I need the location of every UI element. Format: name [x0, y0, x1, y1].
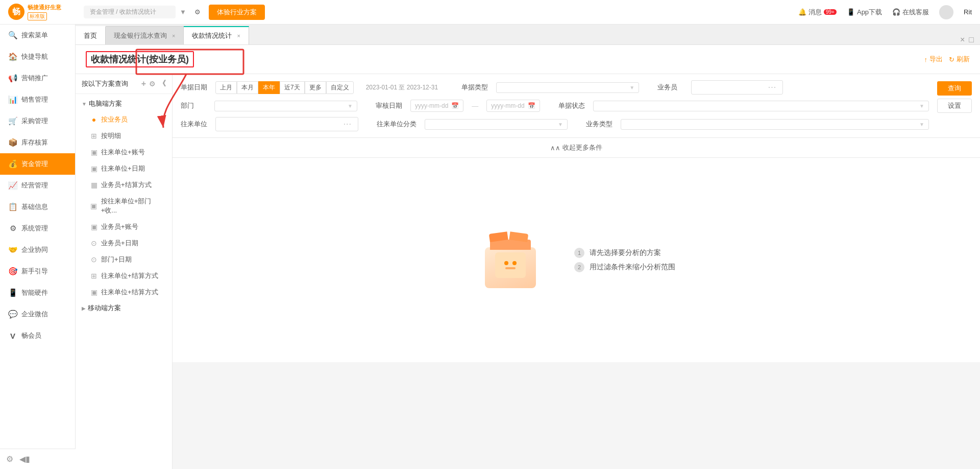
settings-bottom-icon[interactable]: ⚙ [6, 454, 13, 464]
logo-area: 畅 畅捷通好生意 标准版 [8, 4, 84, 20]
unit-date-icon: ▣ [90, 165, 98, 173]
date-btn-custom[interactable]: 自定义 [326, 81, 354, 94]
settings-icon[interactable]: ⚙ [190, 5, 205, 19]
collapse-sidebar-icon[interactable]: ◀▮ [19, 454, 30, 464]
tab-receipt-stat[interactable]: 收款情况统计 × [184, 26, 249, 44]
app-download-button[interactable]: 📱 App下载 [847, 8, 882, 17]
dept-select[interactable]: ▼ [214, 101, 357, 111]
date-btn-this-year[interactable]: 本年 [258, 81, 280, 94]
online-service-button[interactable]: 🎧 在线客服 [892, 8, 929, 17]
sidebar-item-sales[interactable]: 📊 销售管理 [0, 89, 75, 110]
eye-right [512, 261, 517, 265]
sidebar-item-search-menu[interactable]: 🔍 搜索菜单 [0, 25, 75, 46]
date-btn-more[interactable]: 更多 [305, 81, 326, 94]
collapse-button[interactable]: ∧∧ 收起更多条件 [550, 143, 602, 152]
empty-step-2: 2 用过滤条件来缩小分析范围 [574, 262, 675, 272]
tree-item-salesman-settle[interactable]: ▦ 业务员+结算方式 [76, 177, 172, 193]
sidebar-item-basic-info[interactable]: 📋 基础信息 [0, 196, 75, 218]
member-icon: V [8, 331, 17, 340]
unit-settle2-icon: ▣ [90, 288, 98, 296]
query-button[interactable]: 查询 [937, 81, 972, 96]
guide-icon: 🎯 [8, 267, 17, 276]
tree-item-unit-settle1[interactable]: ⊞ 往来单位+结算方式 [76, 268, 172, 284]
unit-cat-select[interactable]: ▼ [425, 119, 568, 130]
nav-breadcrumb: 资金管理 / 收款情况统计 [84, 6, 176, 18]
date-buttons: 上月 本月 本年 近7天 更多 自定义 [215, 81, 354, 94]
filter-action-buttons: 查询 设置 [929, 80, 972, 131]
audit-date-start[interactable]: yyyy-mm-dd 📅 [410, 100, 463, 112]
audit-date-end[interactable]: yyyy-mm-dd 📅 [486, 100, 540, 112]
sidebar-item-marketing[interactable]: 📢 营销推广 [0, 67, 75, 89]
tab-close-bank-flow[interactable]: × [172, 33, 175, 39]
tree-item-by-detail[interactable]: ⊞ 按明细 [76, 128, 172, 144]
tree-item-salesman-account[interactable]: ▣ 业务员+账号 [76, 219, 172, 235]
setting-button[interactable]: 设置 [937, 99, 972, 113]
tree-item-unit-account[interactable]: ▣ 往来单位+账号 [76, 144, 172, 160]
sidebar-item-guide[interactable]: 🎯 新手引导 [0, 261, 75, 282]
sidebar-item-wechat[interactable]: 💬 企业微信 [0, 303, 75, 325]
tree-item-unit-dept-collect[interactable]: ▣ 按往来单位+部门+收... [76, 193, 172, 219]
tree-item-salesman-date[interactable]: ⊙ 业务员+日期 [76, 235, 172, 251]
window-close-icon[interactable]: × [960, 35, 965, 44]
tab-close-receipt-stat[interactable]: × [237, 33, 240, 39]
date-dash: — [472, 102, 478, 110]
sidebar-item-smart-hw[interactable]: 📱 智能硬件 [0, 282, 75, 303]
collapse-panel-icon[interactable]: 《 [159, 79, 166, 88]
doc-type-select[interactable]: ▼ [496, 82, 639, 93]
sidebar-item-member[interactable]: V 畅会员 [0, 325, 75, 346]
sidebar-item-system[interactable]: ⚙ 系统管理 [0, 218, 75, 239]
export-button[interactable]: ↑ 导出 [924, 55, 943, 64]
tree-group-desktop[interactable]: ▼ 电脑端方案 [76, 96, 172, 111]
tree-item-unit-date[interactable]: ▣ 往来单位+日期 [76, 160, 172, 177]
marketing-icon: 📢 [8, 74, 17, 83]
salesman-label: 业务员 [657, 83, 683, 92]
doc-status-select[interactable]: ▼ [593, 101, 929, 111]
empty-state-container: 1 请先选择要分析的方案 2 用过滤条件来缩小分析范围 [173, 158, 980, 362]
tab-home[interactable]: 首页 [76, 26, 106, 44]
tree-item-dept-date[interactable]: ⊙ 部门+日期 [76, 251, 172, 268]
inventory-icon: 📦 [8, 138, 17, 147]
salesman-account-icon: ▣ [90, 223, 98, 231]
window-max-icon[interactable]: □ [969, 35, 974, 44]
tab-bank-flow[interactable]: 现金银行流水查询 × [106, 26, 184, 44]
salesman-date-icon: ⊙ [90, 239, 98, 247]
date-btn-this-month[interactable]: 本月 [237, 81, 258, 94]
unit-more-icon[interactable]: ··· [344, 120, 352, 129]
messages-button[interactable]: 🔔 消息 99+ [798, 8, 837, 17]
tree-item-by-salesman[interactable]: ● 按业务员 [76, 111, 172, 128]
page-header: 收款情况统计(按业务员) ↑ 导出 ↻ 刷新 [76, 45, 980, 74]
biz-type-arrow: ▼ [919, 122, 924, 127]
date-btn-last7[interactable]: 近7天 [280, 81, 305, 94]
page-title-box: 收款情况统计(按业务员) [86, 51, 194, 67]
salesman-more-icon[interactable]: ··· [768, 83, 776, 92]
salesman-select[interactable]: ··· [691, 80, 783, 95]
nav-dropdown-icon[interactable]: ▼ [180, 8, 186, 16]
biz-type-select[interactable]: ▼ [621, 119, 929, 130]
sidebar-item-finance[interactable]: 💰 资金管理 [0, 153, 75, 175]
sidebar-item-corp-coop[interactable]: 🤝 企业协同 [0, 239, 75, 261]
trial-button[interactable]: 体验行业方案 [209, 5, 265, 20]
date-btn-last-month[interactable]: 上月 [215, 81, 237, 94]
nav-search-area: 资金管理 / 收款情况统计 ▼ ⚙ 体验行业方案 [84, 5, 798, 20]
filter-row-2: 部门 ▼ 审核日期 yyyy-mm-dd 📅 — [181, 100, 929, 112]
logo-text: 畅捷通好生意 标准版 [28, 4, 61, 20]
add-scheme-icon[interactable]: + [141, 79, 146, 88]
sidebar-item-inventory[interactable]: 📦 库存核算 [0, 132, 75, 153]
dept-date-icon: ⊙ [90, 255, 98, 264]
unit-select[interactable]: ··· [215, 117, 358, 131]
step-num-1: 1 [574, 248, 584, 258]
topbar: 畅 畅捷通好生意 标准版 资金管理 / 收款情况统计 ▼ ⚙ 体验行业方案 🔔 … [0, 0, 980, 25]
refresh-icon: ↻ [949, 56, 954, 63]
sidebar-item-purchase[interactable]: 🛒 采购管理 [0, 110, 75, 132]
unit-account-icon: ▣ [90, 148, 98, 156]
tree-group-mobile[interactable]: ▶ 移动端方案 [76, 300, 172, 316]
salesman-settle-icon: ▦ [90, 181, 98, 189]
refresh-button[interactable]: ↻ 刷新 [949, 55, 970, 64]
home-icon: 🏠 [8, 52, 17, 61]
sidebar-item-operations[interactable]: 📈 经营管理 [0, 175, 75, 196]
sidebar-bottom: ⚙ ◀▮ [0, 449, 76, 469]
tree-item-unit-settle2[interactable]: ▣ 往来单位+结算方式 [76, 284, 172, 300]
gear-scheme-icon[interactable]: ⚙ [149, 80, 156, 88]
user-avatar[interactable] [939, 5, 953, 19]
sidebar-item-quick-nav[interactable]: 🏠 快捷导航 [0, 46, 75, 67]
